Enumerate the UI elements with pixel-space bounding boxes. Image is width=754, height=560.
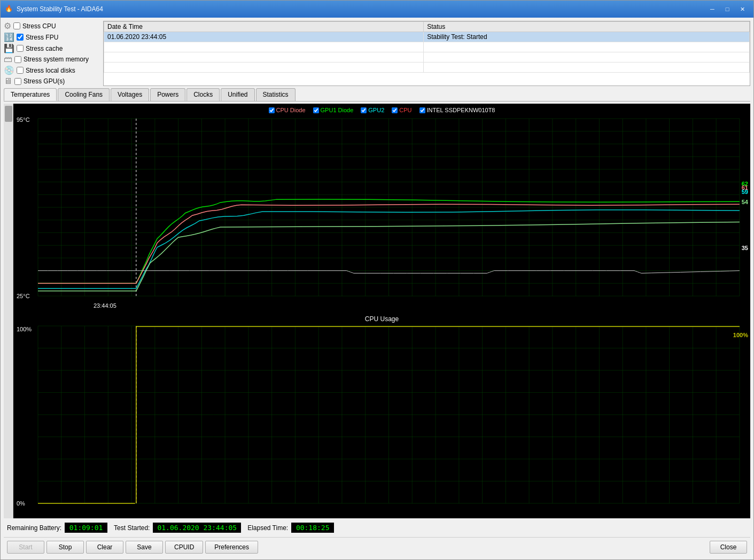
legend-intel-ssd: INTEL SSDPEKNW010T8 (419, 107, 495, 113)
table-row (104, 42, 750, 52)
cpu-canvas (13, 311, 750, 518)
tab-statistics[interactable]: Statistics (256, 88, 296, 101)
window-title: System Stability Test - AIDA64 (17, 5, 705, 13)
log-table: Date & Time Status 01.06.2020 23:44:05 S… (103, 21, 750, 86)
main-content: ⚙ Stress CPU 🔢 Stress FPU 💾 Stress cache… (1, 18, 753, 560)
tab-bar: Temperatures Cooling Fans Voltages Power… (4, 88, 750, 102)
cache-icon: 💾 (4, 43, 14, 53)
remaining-battery-value: 01:09:01 (65, 523, 107, 533)
temp-y-max: 95°C (17, 116, 30, 123)
table-row (104, 63, 750, 73)
elapsed-time-label: Elapsed Time: (247, 524, 288, 532)
temperature-canvas (13, 104, 750, 311)
elapsed-time-value: 00:18:25 (291, 523, 334, 533)
table-row: 01.06.2020 23:44:05 Stability Test: Star… (104, 32, 750, 42)
stress-gpu-checkbox[interactable] (14, 78, 21, 85)
temperature-chart: CPU Diode GPU1 Diode GPU2 CPU (13, 104, 750, 311)
legend-cpu-diode-checkbox[interactable] (269, 107, 275, 113)
stress-options-panel: ⚙ Stress CPU 🔢 Stress FPU 💾 Stress cache… (4, 21, 100, 86)
stress-memory-item: 🗃 Stress system memory (4, 55, 100, 64)
cpu-usage-value: 100% (733, 332, 748, 338)
test-started-label: Test Started: (114, 524, 150, 532)
legend-gpu2-label: GPU2 (368, 107, 384, 113)
legend-gpu1-diode-checkbox[interactable] (313, 107, 319, 113)
stress-gpu-label: Stress GPU(s) (24, 77, 65, 85)
stress-cpu-checkbox[interactable] (13, 22, 20, 29)
remaining-battery-label: Remaining Battery: (7, 524, 61, 532)
stress-disks-checkbox[interactable] (17, 67, 24, 74)
col-status: Status (424, 22, 750, 32)
stress-fpu-label: Stress FPU (26, 34, 58, 41)
close-window-button[interactable]: ✕ (735, 4, 749, 14)
stress-cache-item: 💾 Stress cache (4, 43, 100, 53)
legend-gpu2: GPU2 (361, 107, 384, 113)
legend-cpu-checkbox[interactable] (392, 107, 398, 113)
elapsed-time-item: Elapsed Time: 00:18:25 (247, 523, 334, 533)
legend-cpu-diode: CPU Diode (269, 107, 306, 113)
tab-powers[interactable]: Powers (150, 88, 185, 101)
disk-icon: 💿 (4, 65, 14, 75)
minimize-button[interactable]: ─ (705, 4, 719, 14)
status-bar: Remaining Battery: 01:09:01 Test Started… (4, 520, 750, 535)
tab-voltages[interactable]: Voltages (111, 88, 149, 101)
stress-cache-checkbox[interactable] (17, 45, 24, 52)
memory-icon: 🗃 (4, 55, 12, 64)
stress-memory-checkbox[interactable] (14, 56, 21, 63)
cpu-y-min: 0% (17, 500, 25, 507)
temp-chart-legend: CPU Diode GPU1 Diode GPU2 CPU (269, 107, 495, 113)
gpu-icon: 🖥 (4, 76, 12, 86)
temp-y-min: 25°C (17, 293, 30, 299)
title-bar: 🔥 System Stability Test - AIDA64 ─ □ ✕ (1, 1, 753, 18)
cpu-value: 54 (742, 199, 748, 205)
legend-cpu-label: CPU (399, 107, 411, 113)
legend-intel-ssd-checkbox[interactable] (419, 107, 425, 113)
stress-disks-item: 💿 Stress local disks (4, 65, 100, 75)
legend-gpu1-diode-label: GPU1 Diode (321, 107, 354, 113)
stress-gpu-item: 🖥 Stress GPU(s) (4, 76, 100, 86)
legend-gpu1-diode: GPU1 Diode (313, 107, 354, 113)
preferences-button[interactable]: Preferences (205, 541, 258, 554)
app-icon: 🔥 (5, 5, 13, 13)
cpu-y-max: 100% (17, 326, 32, 332)
tab-cooling-fans[interactable]: Cooling Fans (58, 88, 110, 101)
legend-cpu: CPU (392, 107, 411, 113)
intel-ssd-value: 35 (742, 245, 748, 251)
tab-clocks[interactable]: Clocks (186, 88, 220, 101)
bottom-buttons: Start Stop Clear Save CPUID Preferences … (4, 537, 750, 557)
cpu-chart-title: CPU Usage (365, 315, 399, 323)
test-started-value: 01.06.2020 23:44:05 (153, 523, 241, 533)
tab-temperatures[interactable]: Temperatures (4, 88, 57, 101)
cpu-icon: ⚙ (4, 21, 11, 31)
stress-fpu-item: 🔢 Stress FPU (4, 32, 100, 42)
close-button[interactable]: Close (710, 541, 747, 554)
log-data-table: Date & Time Status 01.06.2020 23:44:05 S… (104, 21, 750, 73)
col-datetime: Date & Time (104, 22, 424, 32)
cpu-usage-chart: CPU Usage 100% 0% 100% (13, 311, 750, 518)
main-window: 🔥 System Stability Test - AIDA64 ─ □ ✕ ⚙… (0, 0, 754, 560)
table-row (104, 52, 750, 63)
start-button[interactable]: Start (7, 541, 44, 554)
gpu2-value: 59 (742, 189, 748, 195)
log-status: Stability Test: Started (424, 32, 750, 42)
clear-button[interactable]: Clear (86, 541, 123, 554)
stress-cache-label: Stress cache (26, 45, 63, 52)
left-scrollbar[interactable] (4, 104, 13, 518)
test-started-item: Test Started: 01.06.2020 23:44:05 (114, 523, 241, 533)
legend-cpu-diode-label: CPU Diode (276, 107, 306, 113)
fpu-icon: 🔢 (4, 32, 14, 42)
top-section: ⚙ Stress CPU 🔢 Stress FPU 💾 Stress cache… (4, 21, 750, 86)
remaining-battery-item: Remaining Battery: 01:09:01 (7, 523, 107, 533)
charts-area: CPU Diode GPU1 Diode GPU2 CPU (13, 104, 750, 518)
stop-button[interactable]: Stop (46, 541, 84, 554)
restore-button[interactable]: □ (720, 4, 734, 14)
cpuid-button[interactable]: CPUID (165, 541, 203, 554)
scroll-thumb[interactable] (5, 106, 12, 122)
stress-disks-label: Stress local disks (26, 67, 75, 74)
stress-fpu-checkbox[interactable] (17, 34, 24, 41)
tabs-section: Temperatures Cooling Fans Voltages Power… (4, 88, 750, 102)
legend-gpu2-checkbox[interactable] (361, 107, 367, 113)
window-controls: ─ □ ✕ (705, 4, 749, 14)
tab-unified[interactable]: Unified (221, 88, 254, 101)
save-button[interactable]: Save (126, 541, 163, 554)
log-datetime: 01.06.2020 23:44:05 (104, 32, 424, 42)
